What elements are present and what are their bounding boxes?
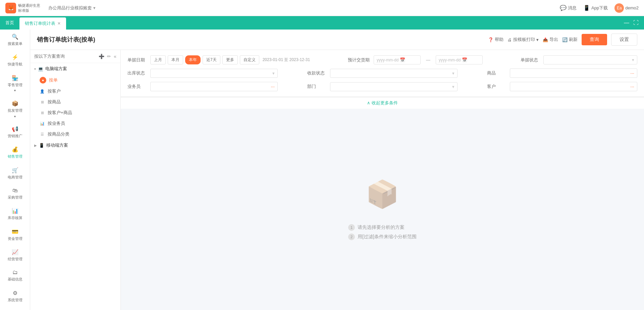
sales-icon: 💰	[12, 146, 18, 153]
last-7days-btn[interactable]: 近7天	[203, 55, 220, 64]
sidebar-item-purchase[interactable]: 🛍 采购管理	[0, 184, 30, 204]
minimize-icon[interactable]: —	[624, 20, 629, 26]
customer-more-icon[interactable]: ···	[630, 84, 634, 89]
filter-section: 单据日期 上月 本月 本年 近7天 更多 自定义 2023-01-01 至 20…	[121, 50, 644, 97]
query-button[interactable]: 查询	[582, 34, 607, 45]
print-arrow-icon: ▾	[536, 37, 539, 42]
tree-desktop-parent[interactable]: ▾ 💻 电脑端方案	[30, 63, 120, 74]
refresh-button[interactable]: 🔄 刷新	[562, 37, 578, 43]
marketing-icon: 📢	[12, 126, 18, 132]
goods-select[interactable]: ···	[510, 68, 637, 78]
tree-item-by-category[interactable]: ☰ 按商品分类	[30, 129, 120, 140]
export-icon: 📤	[543, 37, 548, 42]
sidebar-item-basic[interactable]: 🗂 基础信息	[0, 265, 30, 286]
collapse-bar[interactable]: ∧ 收起更多条件	[121, 97, 644, 109]
sidebar-item-sales[interactable]: 💰 销售管理	[0, 142, 30, 163]
delivery-select[interactable]: ▾	[150, 69, 278, 78]
logo-text: 畅捷通好生意 标准版	[18, 3, 40, 13]
salesman-scheme-icon: 📊	[40, 121, 45, 126]
sidebar-item-marketing[interactable]: 📢 营销推广	[0, 122, 30, 142]
sidebar-item-operations[interactable]: 📈 经营管理	[0, 245, 30, 265]
message-button[interactable]: 💬 消息	[560, 5, 577, 11]
retail-arrow-icon: ▾	[14, 89, 16, 92]
tab-bar: 首页 销售订单统计表 ✕ — ⛶	[0, 16, 644, 30]
mobile-icon: 📱	[39, 143, 44, 148]
tree-item-by-salesman[interactable]: 📊 按业务员	[30, 118, 120, 129]
customer-select[interactable]: ···	[510, 82, 637, 91]
retail-icon: 🏪	[12, 75, 18, 81]
this-year-btn[interactable]: 本年	[185, 55, 201, 64]
empty-hint-1: 1 请先选择要分析的方案	[348, 224, 417, 231]
more-btn[interactable]: 更多	[222, 55, 238, 64]
breadcrumb-arrow-icon[interactable]: ▾	[93, 5, 96, 10]
content-area: 销售订单统计表(按单) ❓ 帮助 🖨 按模板打印 ▾ 📤 导出	[30, 30, 644, 310]
customer-scheme-icon: 👤	[40, 89, 45, 94]
category-scheme-icon: ☰	[40, 132, 45, 137]
close-tab-icon[interactable]: ✕	[57, 21, 61, 26]
add-scheme-icon[interactable]: ➕	[99, 54, 104, 59]
logo-icon: 🦊	[5, 3, 16, 13]
avatar: Ea	[614, 3, 624, 13]
empty-state: 📦 1 请先选择要分析的方案 2 用[过滤]条件来缩小分析范围	[121, 109, 644, 310]
payment-label: 收款状态	[307, 70, 326, 76]
tree-item-by-customer[interactable]: 👤 按客户	[30, 86, 120, 97]
date-label: 单据日期	[127, 57, 146, 63]
breadcrumb: 办公用品行业模拟账套 ▾	[48, 5, 96, 11]
department-select[interactable]: ▾	[330, 82, 458, 91]
goods-label: 商品	[487, 70, 506, 76]
salesman-more-icon[interactable]: ···	[271, 84, 275, 89]
right-content: 单据日期 上月 本月 本年 近7天 更多 自定义 2023-01-01 至 20…	[121, 50, 644, 310]
top-header: 🦊 畅捷通好生意 标准版 办公用品行业模拟账套 ▾ 💬 消息 📱 App下载 E…	[0, 0, 644, 16]
user-menu[interactable]: Ea demo2	[614, 3, 639, 13]
sidebar-item-enterprise[interactable]: 🤝 企业协同	[0, 306, 30, 310]
maximize-icon[interactable]: ⛶	[633, 20, 639, 26]
collapse-panel-icon[interactable]: «	[114, 54, 116, 59]
expected-date-start[interactable]: yyyy-mm-dd 📅	[374, 55, 421, 64]
sidebar-item-ecommerce[interactable]: 🛒 电商管理	[0, 163, 30, 184]
expected-date-end[interactable]: yyyy-mm-dd 📅	[436, 55, 483, 64]
sidebar-item-quicknav[interactable]: ⚡ 快捷导航	[0, 50, 30, 70]
sidebar-item-search[interactable]: 🔍 搜索菜单	[0, 30, 30, 50]
tree-mobile-parent[interactable]: ▶ 📱 移动端方案	[30, 140, 120, 151]
last-month-btn[interactable]: 上月	[150, 55, 166, 64]
print-button[interactable]: 🖨 按模板打印 ▾	[507, 37, 539, 43]
tree-item-by-customer-goods[interactable]: ⊞ 按客户+商品	[30, 107, 120, 118]
doc-status-arrow-icon: ▾	[632, 57, 634, 62]
tab-home[interactable]: 首页	[0, 16, 19, 30]
goods-more-icon[interactable]: ···	[630, 70, 634, 76]
export-button[interactable]: 📤 导出	[543, 37, 558, 43]
doc-status-select[interactable]: ▾	[543, 55, 637, 64]
salesman-select[interactable]: ···	[150, 82, 278, 91]
help-button[interactable]: ❓ 帮助	[488, 37, 503, 43]
department-label: 部门	[307, 84, 326, 90]
tab-sales-order[interactable]: 销售订单统计表 ✕	[19, 17, 66, 30]
department-arrow-icon: ▾	[452, 84, 454, 89]
search-icon: 🔍	[12, 34, 18, 40]
date-filter: 上月 本月 本年 近7天 更多 自定义 2023-01-01 至 2023-12…	[150, 55, 310, 64]
app-download-button[interactable]: 📱 App下载	[583, 5, 608, 11]
main-body: 按以下方案查询 ➕ ✏ « ▾ 💻 电脑端方案 ● 按单	[30, 50, 644, 310]
sidebar-item-system[interactable]: ⚙ 系统管理	[0, 286, 30, 306]
date-separator: —	[426, 57, 430, 62]
doc-status-label: 单据状态	[521, 57, 539, 63]
print-icon: 🖨	[507, 37, 512, 42]
left-panel: 按以下方案查询 ➕ ✏ « ▾ 💻 电脑端方案 ● 按单	[30, 50, 121, 310]
sidebar-item-retail[interactable]: 🏪 零售管理 ▾	[0, 71, 30, 96]
payment-select[interactable]: ▾	[330, 69, 458, 78]
this-month-btn[interactable]: 本月	[168, 55, 183, 64]
message-icon: 💬	[560, 5, 567, 11]
tree-item-by-order[interactable]: ● 按单	[30, 74, 120, 86]
sidebar-item-inventory[interactable]: 📊 库存核算	[0, 204, 30, 224]
calendar-start-icon: 📅	[400, 57, 405, 62]
edit-scheme-icon[interactable]: ✏	[107, 54, 111, 59]
sidebar-item-wholesale[interactable]: 📦 批发管理 ▴	[0, 96, 30, 122]
ecommerce-icon: 🛒	[12, 167, 18, 173]
tree-caret-icon: ▾	[34, 67, 36, 71]
quicknav-icon: ⚡	[12, 54, 18, 60]
custom-btn[interactable]: 自定义	[240, 55, 259, 64]
tree-item-by-goods[interactable]: ⊞ 按商品	[30, 97, 120, 107]
hint-num-2: 2	[348, 234, 355, 240]
sidebar-item-finance[interactable]: 💳 资金管理	[0, 224, 30, 245]
filter-row-1: 单据日期 上月 本月 本年 近7天 更多 自定义 2023-01-01 至 20…	[127, 55, 637, 64]
settings-button[interactable]: 设置	[611, 34, 637, 46]
